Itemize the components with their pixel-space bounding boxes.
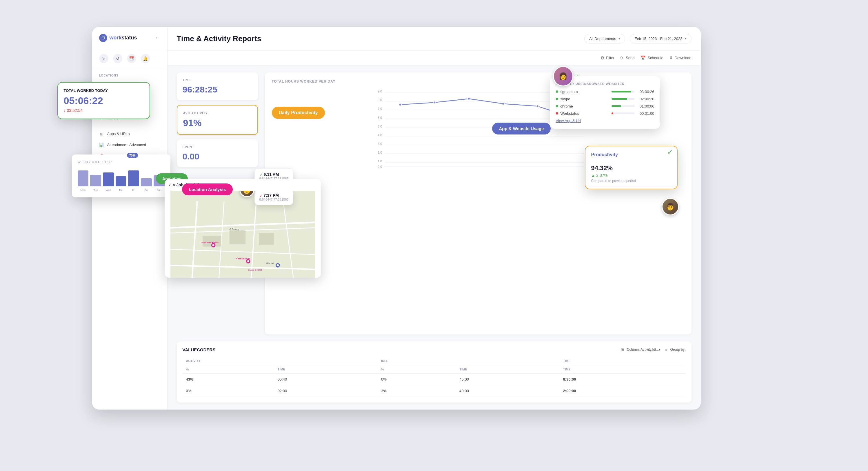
col-idle-header: IDLE — [378, 357, 560, 365]
time-label: TIME — [183, 78, 252, 82]
worked-diff: ↓ 03:52:54 — [64, 108, 144, 113]
filter-button[interactable]: ⚙ Filter — [600, 55, 614, 61]
sidebar-collapse-button[interactable]: ← — [155, 35, 160, 41]
app-website-usage-badge[interactable]: App & Website Usage — [492, 123, 551, 134]
productivity-trend: ▲ 2.37% — [591, 173, 671, 178]
day-label-mon: Mon — [78, 189, 89, 192]
bar-tue — [90, 175, 101, 186]
col-time-header: TIME — [560, 357, 686, 365]
svg-text:5.0: 5.0 — [378, 124, 382, 128]
workstatus-bar — [612, 113, 613, 114]
svg-rect-52 — [259, 233, 274, 245]
svg-text:7.0: 7.0 — [378, 107, 382, 111]
daily-productivity-badge[interactable]: Daily Productivity — [272, 107, 325, 119]
departments-select[interactable]: All Departments ▾ — [584, 34, 625, 43]
download-icon: ⬇ — [669, 55, 673, 61]
row2-idle-time: 40:00 — [456, 385, 559, 397]
map-back-icon[interactable]: ‹ — [169, 183, 171, 187]
schedule-button[interactable]: 📅 Schedule — [640, 55, 663, 61]
logo-text: workstatus — [110, 35, 137, 41]
chrome-bar-container — [612, 105, 635, 107]
time-value: 96:28:25 — [183, 85, 252, 94]
header-actions: ⚙ Filter ✈ Send 📅 Schedule ⬇ Download — [167, 51, 701, 65]
day-label-tue: Tue — [90, 189, 101, 192]
svg-point-20 — [399, 103, 401, 106]
date-chevron: ▾ — [685, 36, 687, 40]
productivity-compare: Compared to previous period — [591, 179, 671, 183]
avatar-image-3: 👨 — [662, 199, 678, 215]
skype-bar — [612, 98, 627, 100]
group-by-selector[interactable]: ≡ Group by: — [665, 348, 685, 352]
figma-name: figma.com — [560, 90, 609, 94]
workstatus-bar-container — [612, 113, 635, 114]
location-analysis-badge[interactable]: Location Analysis — [182, 184, 233, 195]
table-row: 0% 02:00 3% 40:00 2:00:00 — [183, 385, 686, 397]
sidebar-item-apps-urls[interactable]: ⊞ Apps & URLs — [92, 128, 167, 139]
table-header: VALUECODERS ⊞ Column: Activity,Idl...▾ ≡… — [183, 347, 686, 352]
row2-idle-pct: 3% — [378, 385, 456, 397]
diff-arrow: ↓ — [64, 108, 66, 113]
bar-sat — [141, 178, 152, 186]
avg-activity-card: AVG ACTIVITY 91% — [177, 105, 258, 135]
svg-rect-51 — [229, 230, 246, 244]
chrome-dot — [556, 105, 558, 107]
spent-label: SPENT — [183, 145, 252, 149]
worked-title: TOTAL WORKED TODAY — [64, 88, 144, 93]
date-range-select[interactable]: Feb 15, 2023 - Feb 21, 2023 ▾ — [630, 34, 691, 43]
apps-icon: ⊞ — [99, 131, 104, 136]
column-icon: ⊞ — [621, 348, 624, 352]
col-idle-time: TIME — [456, 365, 559, 373]
workstatus-dot — [556, 112, 558, 115]
day-label-sun: Sun — [154, 189, 165, 192]
exit-arrow: ↙ 7:37 PM — [259, 193, 289, 198]
svg-text:Capital O 28393: Capital O 28393 — [248, 269, 262, 271]
chrome-bar — [612, 105, 621, 107]
svg-text:8.0: 8.0 — [378, 98, 382, 102]
sidebar-item-attendance-advanced[interactable]: 📊 Attendance - Advanced — [92, 139, 167, 150]
user-avatar-2: 👩 — [553, 66, 573, 86]
workstatus-name: Workstatus — [560, 111, 609, 116]
calendar-icon-btn[interactable]: 📅 — [127, 54, 136, 63]
attendance-icon: 📊 — [99, 142, 104, 148]
column-selector[interactable]: ⊞ Column: Activity,Idl...▾ — [621, 348, 660, 352]
send-button[interactable]: ✈ Send — [620, 55, 634, 61]
row1-idle-pct: 0% — [378, 373, 456, 385]
weekly-total-label: WEEKLY TOTAL : 08:17 — [78, 160, 165, 164]
figma-bar — [612, 91, 631, 92]
time-stat-card: TIME 96:28:25 — [177, 72, 258, 100]
weekly-bars — [78, 166, 165, 186]
col-activity-header: ACTIVITY — [183, 357, 378, 365]
svg-text:Sunshine Homes: Sunshine Homes — [201, 241, 219, 244]
svg-text:3.0: 3.0 — [378, 142, 382, 146]
rewind-icon-btn[interactable]: ↺ — [113, 54, 122, 63]
bell-icon-btn[interactable]: 🔔 — [141, 54, 150, 63]
productivity-card: Productivity 94.32% ▲ 2.37% Compared to … — [585, 146, 678, 189]
play-icon-btn[interactable]: ▷ — [99, 54, 108, 63]
svg-point-24 — [536, 105, 539, 107]
day-label-wed: Wed — [103, 189, 114, 192]
productivity-unit: % — [607, 164, 613, 171]
svg-point-22 — [467, 97, 470, 100]
entry-arrow: ↗ 9:11 AM — [259, 172, 289, 177]
main-header: Time & Activity Reports All Departments … — [167, 27, 701, 51]
figma-time: 03:00:26 — [637, 90, 654, 94]
avg-activity-value: 91% — [183, 118, 252, 128]
schedule-icon: 📅 — [640, 55, 646, 61]
productivity-title: Productivity — [591, 152, 671, 157]
entry-time: 9:11 AM — [264, 172, 279, 177]
worked-today-card: TOTAL WORKED TODAY 05:06:22 ↓ 03:52:54 — [57, 82, 150, 119]
view-app-url-link[interactable]: View App & Url — [556, 119, 654, 123]
bar-day-labels: Mon Tue Wed Thu Fri Sat Sun — [78, 189, 165, 192]
svg-point-54 — [212, 244, 214, 246]
activity-table: ACTIVITY IDLE TIME % TIME % TIME TIME — [183, 357, 686, 397]
skype-dot — [556, 98, 558, 100]
col-total-time: TIME — [560, 365, 686, 373]
day-label-thu: Thu — [116, 189, 127, 192]
time-popup-exit: ↙ 7:37 PM 8.646447,77.381065 — [254, 189, 293, 205]
filter-icon: ⚙ — [600, 55, 604, 61]
progress-badge: 70% — [127, 153, 138, 158]
avatar-image-2: 👩 — [554, 67, 572, 86]
download-button[interactable]: ⬇ Download — [669, 55, 691, 61]
svg-point-21 — [433, 101, 436, 104]
exit-time: 7:37 PM — [264, 193, 279, 198]
